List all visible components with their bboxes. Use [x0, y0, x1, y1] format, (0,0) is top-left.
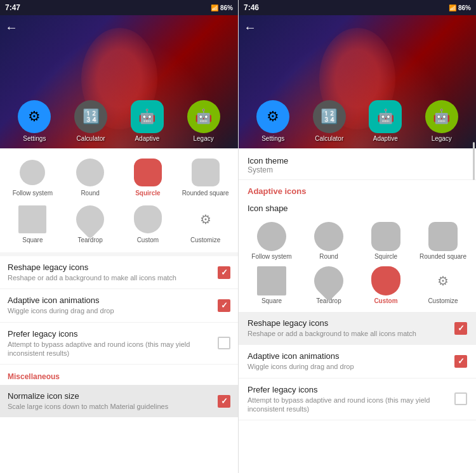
- round-label: Round: [81, 190, 99, 197]
- left-adaptive-anim-checkbox[interactable]: [218, 299, 230, 312]
- left-app-adaptive: 🤖 Adaptive: [131, 100, 164, 142]
- shape-round[interactable]: Round: [63, 155, 118, 199]
- left-app-calculator: 🔢 Calculator: [74, 100, 107, 142]
- right-back-button[interactable]: ←: [244, 20, 256, 35]
- custom-bg: [134, 205, 162, 233]
- calculator-icon: 🔢: [74, 100, 107, 133]
- left-adaptive-anim[interactable]: Adaptive icon animations Wiggle icons du…: [0, 289, 238, 322]
- right-reshape-text: Reshape legacy icons Reshape or add a ba…: [248, 318, 454, 338]
- right-reshape-checkbox[interactable]: [454, 322, 467, 335]
- left-adaptive-anim-subtitle: Wiggle icons during drag and drop: [8, 306, 218, 315]
- right-settings-list: Reshape legacy icons Reshape or add a ba…: [239, 312, 476, 420]
- right-app-legacy: 🤖 Legacy: [425, 100, 458, 142]
- adaptive-icons-title: Adaptive icons: [248, 186, 467, 196]
- left-prefer-legacy-subtitle: Attempt to bypass adaptive and round ico…: [8, 340, 218, 358]
- customize-label: Customize: [190, 236, 220, 243]
- right-adaptive-anim-checkbox[interactable]: [454, 355, 467, 368]
- right-app-calculator: 🔢 Calculator: [313, 100, 346, 142]
- right-hero: ← ⚙ Settings 🔢 Calculator 🤖 Adaptive 🤖 L…: [239, 15, 476, 148]
- left-reshape-legacy[interactable]: Reshape legacy icons Reshape or add a ba…: [0, 256, 238, 289]
- teardrop-bg: [70, 200, 110, 239]
- left-adaptive-anim-title: Adaptive icon animations: [8, 295, 218, 305]
- follow-system-shape: [17, 157, 48, 188]
- shape-customize[interactable]: ⚙ Customize: [178, 202, 233, 246]
- adaptive-icon: 🤖: [131, 100, 164, 133]
- left-prefer-legacy-text: Prefer legacy icons Attempt to bypass ad…: [8, 329, 218, 358]
- left-reshape-subtitle: Reshape or add a background to make all …: [8, 273, 218, 282]
- right-prefer-legacy[interactable]: Prefer legacy icons Attempt to bypass ad…: [239, 379, 476, 421]
- right-round-circle: [314, 222, 343, 251]
- right-adaptive-anim-title: Adaptive icon animations: [248, 351, 454, 361]
- right-squircle-label: Squircle: [374, 253, 397, 260]
- rounded-square-shape: [190, 157, 221, 188]
- left-app-icons-row: ⚙ Settings 🔢 Calculator 🤖 Adaptive 🤖 Leg…: [0, 100, 238, 142]
- right-shapes-grid: Follow system Round Squircle Rounded squ…: [239, 217, 476, 309]
- right-shape-follow[interactable]: Follow system: [244, 219, 300, 262]
- right-shape-custom[interactable]: Custom: [358, 264, 414, 307]
- left-normalize-checkbox[interactable]: [218, 395, 230, 408]
- right-settings-icon: ⚙: [256, 100, 289, 133]
- left-normalize-subtitle: Scale large icons down to match Material…: [8, 402, 218, 411]
- shape-square[interactable]: Square: [5, 202, 60, 246]
- right-calculator-label: Calculator: [315, 135, 343, 142]
- right-app-settings: ⚙ Settings: [256, 100, 289, 142]
- right-shape-square[interactable]: Square: [244, 264, 300, 307]
- left-back-button[interactable]: ←: [5, 20, 18, 35]
- right-legacy-icon: 🤖: [425, 100, 458, 133]
- right-adaptive-anim[interactable]: Adaptive icon animations Wiggle icons du…: [239, 345, 476, 378]
- legacy-label: Legacy: [194, 135, 214, 142]
- right-reshape-subtitle: Reshape or add a background to make all …: [248, 329, 454, 338]
- shape-follow-system[interactable]: Follow system: [5, 155, 60, 199]
- right-status-icons: 📶 86%: [449, 4, 471, 11]
- right-battery: 86%: [458, 4, 471, 11]
- right-shape-customize[interactable]: ⚙ Customize: [415, 264, 471, 307]
- right-customize-label: Customize: [428, 297, 458, 304]
- square-bg: [18, 205, 46, 233]
- right-square-bg: [257, 266, 286, 295]
- left-normalize-icon-size[interactable]: Normalize icon size Scale large icons do…: [0, 385, 238, 417]
- left-reshape-checkbox[interactable]: [218, 266, 230, 279]
- adaptive-label: Adaptive: [135, 135, 159, 142]
- shape-custom[interactable]: Custom: [121, 202, 176, 246]
- right-shape-rounded-sq[interactable]: Rounded square: [415, 219, 471, 262]
- right-adaptive-label: Adaptive: [373, 135, 398, 142]
- shape-teardrop[interactable]: Teardrop: [63, 202, 118, 246]
- right-app-adaptive: 🤖 Adaptive: [369, 100, 402, 142]
- left-status-icons: 📶 86%: [211, 4, 233, 11]
- left-prefer-legacy-checkbox[interactable]: [218, 337, 230, 349]
- left-status-bar: 7:47 📶 86%: [0, 0, 238, 15]
- right-customize-icon: ⚙: [428, 266, 458, 295]
- battery-left: 86%: [220, 4, 233, 11]
- right-shape-squircle[interactable]: Squircle: [358, 219, 414, 262]
- right-panel: 7:46 📶 86% ← ⚙ Settings 🔢 Calculator 🤖 A…: [238, 0, 476, 473]
- left-app-legacy: 🤖 Legacy: [187, 100, 220, 142]
- icon-shape-label: Icon shape: [239, 200, 476, 217]
- right-square-label: Square: [261, 297, 282, 304]
- follow-system-label: Follow system: [13, 190, 53, 197]
- square-shape: [17, 204, 48, 235]
- right-reshape-legacy[interactable]: Reshape legacy icons Reshape or add a ba…: [239, 312, 476, 345]
- right-rounded-sq-label: Rounded square: [420, 253, 466, 260]
- left-normalize-text: Normalize icon size Scale large icons do…: [8, 391, 218, 411]
- left-app-settings: ⚙ Settings: [18, 100, 51, 142]
- left-reshape-title: Reshape legacy icons: [8, 262, 218, 272]
- right-shape-teardrop[interactable]: Teardrop: [301, 264, 357, 307]
- shape-rounded-square[interactable]: Rounded square: [178, 155, 233, 199]
- right-custom-label: Custom: [374, 297, 397, 304]
- shape-squircle[interactable]: Squircle: [121, 155, 176, 199]
- right-app-icons-row: ⚙ Settings 🔢 Calculator 🤖 Adaptive 🤖 Leg…: [239, 100, 476, 142]
- left-misc-header: Miscellaneous: [0, 365, 238, 385]
- left-prefer-legacy[interactable]: Prefer legacy icons Attempt to bypass ad…: [0, 323, 238, 365]
- left-settings-list: Reshape legacy icons Reshape or add a ba…: [0, 256, 238, 473]
- right-adaptive-icon: 🤖: [369, 100, 402, 133]
- settings-label: Settings: [23, 135, 46, 142]
- icon-theme-label: Icon theme: [248, 156, 467, 165]
- left-reshape-text: Reshape legacy icons Reshape or add a ba…: [8, 262, 218, 282]
- right-squircle-bg: [371, 222, 400, 251]
- custom-shape: [133, 204, 163, 235]
- right-prefer-legacy-checkbox[interactable]: [454, 392, 467, 405]
- right-shape-round[interactable]: Round: [301, 219, 357, 262]
- settings-icon: ⚙: [18, 100, 51, 133]
- right-time: 7:46: [244, 3, 259, 12]
- right-adaptive-anim-subtitle: Wiggle icons during drag and drop: [248, 362, 454, 371]
